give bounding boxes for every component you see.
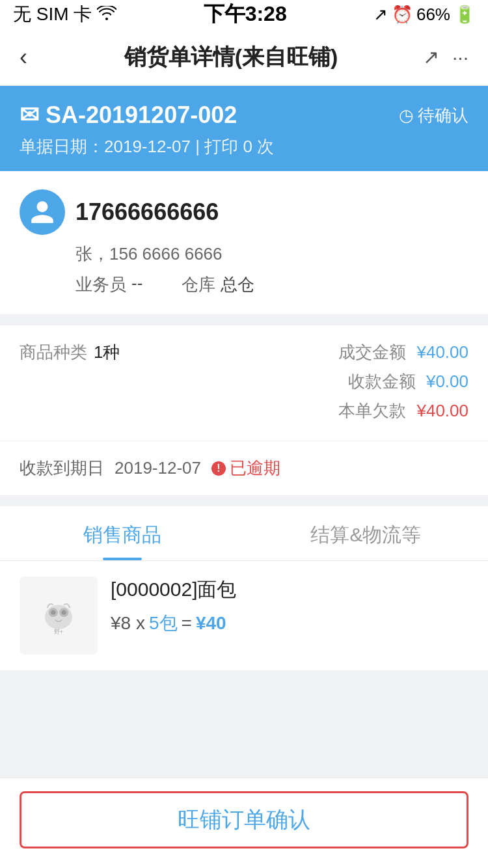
product-total: ¥40 bbox=[196, 613, 226, 634]
battery-icon: 🔋 bbox=[454, 5, 475, 25]
product-equals: = bbox=[182, 613, 192, 634]
divider-1 bbox=[0, 315, 488, 325]
product-price-row: ¥8 x 5包 = ¥40 bbox=[111, 611, 468, 636]
due-date-value: 2019-12-07 bbox=[115, 458, 201, 478]
summary-row: 商品种类 1种 成交金额 ¥40.00 收款金额 ¥0.00 本单欠款 ¥40.… bbox=[20, 341, 468, 422]
overdue-badge: ! 已逾期 bbox=[211, 457, 280, 480]
amounts: 成交金额 ¥40.00 收款金额 ¥0.00 本单欠款 ¥40.00 bbox=[338, 341, 468, 422]
share-button[interactable]: ↗ bbox=[423, 46, 439, 68]
status-time: 下午3:28 bbox=[204, 0, 287, 29]
clock-icon: ◷ bbox=[399, 105, 414, 126]
sim-status: 无 SIM 卡 bbox=[13, 2, 92, 27]
product-name: [0000002]面包 bbox=[111, 576, 468, 603]
status-left: 无 SIM 卡 bbox=[13, 2, 116, 27]
order-icon: ✉ bbox=[20, 102, 39, 129]
amount-deal: 成交金额 ¥40.00 bbox=[338, 341, 468, 364]
due-date-section: 收款到期日 2019-12-07 ! 已逾期 bbox=[0, 441, 488, 496]
warehouse: 仓库 总仓 bbox=[182, 273, 254, 296]
order-date: 单据日期：2019-12-07 | 打印 0 次 bbox=[20, 135, 468, 158]
nav-actions: ↗ ··· bbox=[403, 46, 468, 68]
tabs-bar: 销售商品 结算&物流等 bbox=[0, 506, 488, 561]
battery-text: 66% bbox=[416, 5, 450, 25]
customer-meta: 业务员 -- 仓库 总仓 bbox=[20, 273, 468, 296]
overdue-dot-icon: ! bbox=[211, 461, 226, 476]
customer-phone-row: 17666666666 bbox=[20, 189, 468, 235]
svg-point-4 bbox=[62, 610, 66, 615]
amount-owed: 本单欠款 ¥40.00 bbox=[338, 400, 468, 422]
product-item: 野+ [0000002]面包 ¥8 x 5包 = ¥40 bbox=[20, 576, 468, 655]
customer-card: 17666666666 张，156 6666 6666 业务员 -- 仓库 总仓 bbox=[0, 171, 488, 315]
bottom-action: 旺铺订单确认 bbox=[0, 778, 488, 868]
product-qty: 5包 bbox=[149, 611, 178, 636]
page-title: 销货单详情(来自旺铺) bbox=[59, 42, 403, 72]
product-price: ¥8 x bbox=[111, 613, 145, 634]
tab-settlement[interactable]: 结算&物流等 bbox=[244, 506, 488, 560]
status-right: ↗ ⏰ 66% 🔋 bbox=[373, 5, 475, 25]
customer-phone: 17666666666 bbox=[75, 198, 219, 226]
svg-text:野+: 野+ bbox=[54, 629, 63, 635]
confirm-order-button[interactable]: 旺铺订单确认 bbox=[20, 791, 468, 848]
order-id: ✉ SA-20191207-002 bbox=[20, 102, 237, 129]
product-image: 野+ bbox=[20, 576, 98, 655]
svg-point-3 bbox=[51, 610, 55, 615]
product-info: [0000002]面包 ¥8 x 5包 = ¥40 bbox=[111, 576, 468, 636]
product-types: 商品种类 1种 bbox=[20, 341, 120, 364]
status-bar: 无 SIM 卡 下午3:28 ↗ ⏰ 66% 🔋 bbox=[0, 0, 488, 29]
sales-rep: 业务员 -- bbox=[75, 273, 142, 296]
due-date-label: 收款到期日 bbox=[20, 457, 104, 480]
back-button[interactable]: ‹ bbox=[20, 44, 59, 71]
order-banner: ✉ SA-20191207-002 ◷ 待确认 单据日期：2019-12-07 … bbox=[0, 86, 488, 171]
wifi-icon bbox=[97, 4, 116, 25]
alarm-icon: ⏰ bbox=[392, 5, 413, 25]
customer-name-phone: 张，156 6666 6666 bbox=[20, 243, 468, 265]
avatar bbox=[20, 189, 65, 235]
amount-received: 收款金额 ¥0.00 bbox=[348, 370, 468, 393]
product-list: 野+ [0000002]面包 ¥8 x 5包 = ¥40 bbox=[0, 561, 488, 670]
nav-bar: ‹ 销货单详情(来自旺铺) ↗ ··· bbox=[0, 29, 488, 86]
more-button[interactable]: ··· bbox=[452, 46, 468, 68]
location-icon: ↗ bbox=[373, 5, 388, 25]
order-status: ◷ 待确认 bbox=[399, 104, 468, 127]
summary-card: 商品种类 1种 成交金额 ¥40.00 收款金额 ¥0.00 本单欠款 ¥40.… bbox=[0, 325, 488, 441]
overdue-text: 已逾期 bbox=[230, 457, 280, 480]
svg-point-0 bbox=[45, 605, 72, 629]
tab-sales-products[interactable]: 销售商品 bbox=[0, 506, 244, 560]
